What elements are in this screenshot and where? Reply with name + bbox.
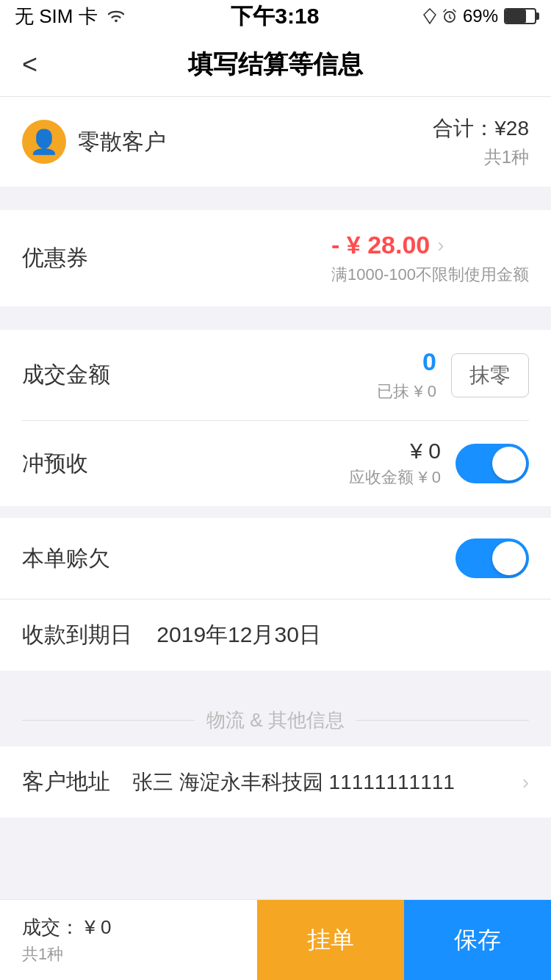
address-content: 客户地址 张三 海淀永丰科技园 11111111111 xyxy=(22,767,455,797)
bottom-summary: 成交： ¥ 0 共1种 xyxy=(0,915,257,965)
status-left: 无 SIM 卡 xyxy=(15,4,127,29)
amount-sub: 已抹 ¥ 0 xyxy=(377,381,436,403)
credit-label: 本单赊欠 xyxy=(22,544,110,574)
amount-value-wrap: 0 已抹 ¥ 0 xyxy=(377,347,436,403)
deal-amount-right: 0 已抹 ¥ 0 抹零 xyxy=(377,347,529,403)
alarm-icon xyxy=(442,8,457,24)
page-title: 填写结算等信息 xyxy=(188,48,363,82)
credit-toggle[interactable] xyxy=(455,538,529,578)
deal-amount-label: 成交金额 xyxy=(22,360,110,390)
round-off-button[interactable]: 抹零 xyxy=(451,353,529,397)
separator-3 xyxy=(0,506,551,518)
prepay-toggle[interactable] xyxy=(455,444,529,483)
separator-2 xyxy=(0,318,551,330)
separator-4 xyxy=(0,682,551,694)
prepay-right: ¥ 0 应收金额 ¥ 0 xyxy=(349,439,529,489)
nav-bar: < 填写结算等信息 xyxy=(0,32,551,97)
logistics-lines: 物流 & 其他信息 xyxy=(22,707,529,733)
amount-value[interactable]: 0 xyxy=(377,347,436,376)
logistics-divider: 物流 & 其他信息 xyxy=(0,694,551,746)
logistics-line-left xyxy=(22,720,195,721)
coupon-right: - ¥ 28.00 › 满1000-100不限制使用金额 xyxy=(331,231,529,286)
customer-left: 👤 零散客户 xyxy=(22,120,166,164)
bottom-bar: 成交： ¥ 0 共1种 挂单 保存 xyxy=(0,899,551,980)
avatar-icon: 👤 xyxy=(29,128,59,156)
due-date-value: 2019年12月30日 xyxy=(156,622,320,646)
credit-toggle-thumb xyxy=(492,541,526,575)
sim-label: 无 SIM 卡 xyxy=(15,4,98,29)
status-right: 69% xyxy=(423,6,536,26)
svg-point-0 xyxy=(115,20,118,23)
logistics-label: 物流 & 其他信息 xyxy=(206,707,345,733)
bottom-deal-label: 成交： ¥ 0 xyxy=(22,915,235,940)
battery-icon xyxy=(504,8,536,24)
content: 👤 零散客户 合计：¥28 共1种 优惠券 - ¥ 28.00 › 满1000-… xyxy=(0,97,551,922)
customer-section: 👤 零散客户 合计：¥28 共1种 xyxy=(0,97,551,187)
wifi-icon xyxy=(105,9,127,24)
pending-button[interactable]: 挂单 xyxy=(257,900,404,980)
bottom-actions: 挂单 保存 xyxy=(257,900,551,980)
coupon-discount: - ¥ 28.00 xyxy=(331,231,430,259)
status-bar: 无 SIM 卡 下午3:18 69% xyxy=(0,0,551,32)
customer-total: 合计：¥28 共1种 xyxy=(433,115,529,169)
address-value: 张三 海淀永丰科技园 11111111111 xyxy=(132,768,455,796)
separator-5 xyxy=(0,829,551,841)
credit-section: 本单赊欠 收款到期日 2019年12月30日 xyxy=(0,518,551,671)
deal-label: 成交： xyxy=(22,916,79,938)
bottom-count: 共1种 xyxy=(22,943,235,965)
separator-1 xyxy=(0,198,551,210)
address-section[interactable]: 客户地址 张三 海淀永丰科技园 11111111111 › xyxy=(0,746,551,818)
address-chevron: › xyxy=(522,771,529,794)
credit-row: 本单赊欠 xyxy=(0,518,551,599)
coupon-label: 优惠券 xyxy=(22,243,88,273)
prepay-sub: 应收金额 ¥ 0 xyxy=(349,466,441,489)
prepay-amount-wrap: ¥ 0 应收金额 ¥ 0 xyxy=(349,439,441,489)
prepay-row: 冲预收 ¥ 0 应收金额 ¥ 0 xyxy=(22,421,529,506)
customer-name: 零散客户 xyxy=(78,127,166,157)
avatar: 👤 xyxy=(22,120,66,164)
amount-section: 成交金额 0 已抹 ¥ 0 抹零 冲预收 ¥ 0 应收金额 ¥ 0 xyxy=(0,330,551,506)
toggle-thumb xyxy=(492,447,526,480)
deal-amount: ¥ 0 xyxy=(84,916,111,938)
count-label: 共1种 xyxy=(433,145,529,169)
address-key: 客户地址 xyxy=(22,767,110,797)
back-button[interactable]: < xyxy=(15,42,45,87)
due-date-label: 收款到期日 2019年12月30日 xyxy=(22,622,321,646)
customer-row: 👤 零散客户 合计：¥28 共1种 xyxy=(0,97,551,187)
due-date-section: 收款到期日 2019年12月30日 xyxy=(0,599,551,671)
save-button[interactable]: 保存 xyxy=(404,900,551,980)
due-date-key: 收款到期日 xyxy=(22,622,132,646)
battery-percent: 69% xyxy=(463,6,498,26)
address-row[interactable]: 客户地址 张三 海淀永丰科技园 11111111111 › xyxy=(0,746,551,818)
time-label: 下午3:18 xyxy=(231,1,319,32)
coupon-chevron: › xyxy=(437,234,444,257)
coupon-row[interactable]: 优惠券 - ¥ 28.00 › 满1000-100不限制使用金额 xyxy=(0,210,551,306)
location-icon xyxy=(423,8,436,24)
deal-amount-row: 成交金额 0 已抹 ¥ 0 抹零 xyxy=(22,330,529,421)
logistics-line-right xyxy=(356,720,529,721)
prepay-label: 冲预收 xyxy=(22,449,88,479)
prepay-amount: ¥ 0 xyxy=(349,439,441,464)
total-label: 合计：¥28 xyxy=(433,115,529,143)
coupon-desc: 满1000-100不限制使用金额 xyxy=(331,264,529,286)
coupon-section[interactable]: 优惠券 - ¥ 28.00 › 满1000-100不限制使用金额 xyxy=(0,210,551,306)
